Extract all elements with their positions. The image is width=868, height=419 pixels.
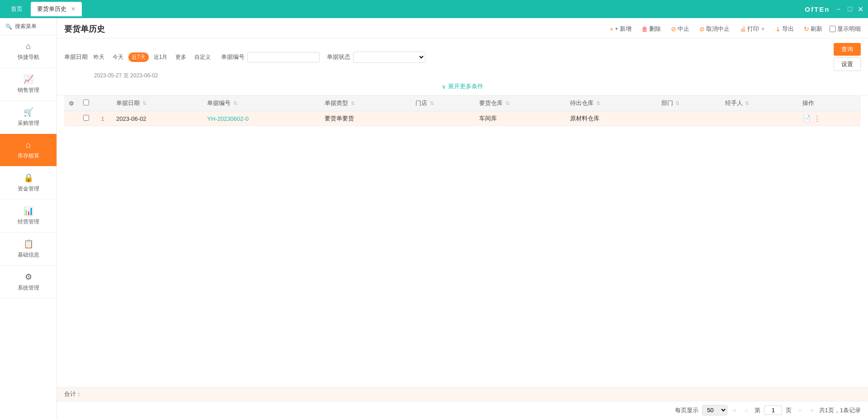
page-label: 第: [755, 406, 760, 414]
filter-row-1: 单据日期 昨天 今天 近7天 近1月 更多 自定义 单据编号: [64, 43, 861, 71]
col-doc-no-label: 单据编号: [207, 100, 231, 106]
select-all-checkbox[interactable]: [83, 100, 89, 105]
date-btn-today[interactable]: 今天: [109, 52, 127, 62]
settings-button[interactable]: 设置: [834, 57, 861, 71]
row-req-warehouse: 车间库: [475, 111, 566, 126]
col-store-sort-icon[interactable]: ⇅: [430, 100, 434, 106]
row-checkbox-cell[interactable]: [79, 111, 94, 126]
close-window-icon[interactable]: ✕: [858, 5, 863, 14]
tab-yh-history-label: 要货单历史: [37, 5, 66, 13]
tab-close-icon[interactable]: ✕: [71, 6, 75, 12]
filter-date-buttons: 昨天 今天 近7天 近1月 更多 自定义: [90, 52, 214, 62]
sidebar-item-purchase[interactable]: 🛒 采购管理: [0, 101, 57, 134]
expand-filter-button[interactable]: ∨ 展开更多条件: [64, 82, 861, 90]
expand-label: 展开更多条件: [448, 82, 483, 90]
per-page-select[interactable]: 10 20 50 100: [702, 405, 727, 415]
sidebar-item-basic[interactable]: 📋 基础信息: [0, 233, 57, 266]
col-action: 操作: [798, 95, 861, 111]
tab-yh-history[interactable]: 要货单历史 ✕: [31, 2, 82, 16]
col-req-warehouse-sort-icon[interactable]: ⇅: [505, 100, 509, 106]
maximize-icon[interactable]: □: [848, 5, 852, 13]
first-page-button[interactable]: «: [731, 406, 738, 414]
sidebar-purchase-label: 采购管理: [18, 119, 39, 127]
new-button[interactable]: + + 新增: [607, 24, 634, 34]
sidebar-quick-nav-label: 快捷导航: [18, 53, 39, 61]
col-pending-warehouse-sort-icon[interactable]: ⇅: [596, 100, 600, 106]
refresh-label: 刷新: [811, 25, 822, 33]
tab-home[interactable]: 首页: [5, 2, 29, 16]
sidebar-search-label: 搜索菜单: [15, 23, 37, 30]
query-button[interactable]: 查询: [834, 43, 861, 56]
col-handler-sort-icon[interactable]: ⇅: [745, 100, 749, 106]
row-settings-cell: [64, 111, 79, 126]
print-button[interactable]: 🖨 打印 ▼: [737, 24, 768, 34]
sidebar: 🔍 搜索菜单 ⌂ 快捷导航 📈 销售管理 🛒 采购管理 ⌂ 库存核算 🔒 资金管…: [0, 18, 57, 419]
sidebar-item-system[interactable]: ⚙ 系统管理: [0, 266, 57, 299]
tab-home-label: 首页: [11, 5, 23, 13]
filter-doc-no-label: 单据编号: [221, 53, 245, 61]
prev-page-button[interactable]: ＜: [741, 405, 751, 415]
col-department-label: 部门: [661, 100, 673, 106]
date-btn-month[interactable]: 近1月: [151, 52, 171, 62]
export-button[interactable]: ⤓ 导出: [773, 24, 797, 34]
row-more-icon[interactable]: ⋮: [814, 114, 821, 123]
top-bar: 首页 要货单历史 ✕ OfTEn － □ ✕: [0, 0, 868, 18]
stop-button[interactable]: ⊘ 中止: [668, 24, 692, 34]
col-department[interactable]: 部门 ⇅: [657, 95, 721, 111]
page-input[interactable]: [764, 405, 782, 415]
refresh-button[interactable]: ↻ 刷新: [801, 24, 825, 34]
col-checkbox[interactable]: [79, 95, 94, 111]
col-handler[interactable]: 经手人 ⇅: [721, 95, 798, 111]
row-checkbox[interactable]: [83, 115, 89, 121]
sidebar-item-finance[interactable]: 🔒 资金管理: [0, 167, 57, 200]
col-pending-warehouse[interactable]: 待出仓库 ⇅: [566, 95, 656, 111]
col-req-warehouse-label: 要货仓库: [479, 100, 503, 106]
sidebar-item-search[interactable]: 🔍 搜索菜单: [0, 18, 57, 35]
row-edit-icon[interactable]: 📄: [802, 114, 811, 123]
date-btn-custom[interactable]: 自定义: [191, 52, 214, 62]
stop-label: 中止: [678, 25, 689, 33]
filter-doc-status-select[interactable]: [353, 52, 425, 63]
page-unit: 页: [786, 406, 792, 414]
col-pending-warehouse-label: 待出仓库: [570, 100, 594, 106]
row-doc-date: 2023-06-02: [112, 111, 203, 126]
sidebar-item-quick-nav[interactable]: ⌂ 快捷导航: [0, 35, 57, 68]
col-doc-date-sort-icon[interactable]: ⇅: [142, 100, 146, 106]
pagination: 每页显示 10 20 50 100 « ＜ 第 页 ＞ » 共1页，1条记录: [57, 401, 868, 419]
table-settings-icon[interactable]: ⚙: [69, 100, 74, 107]
sidebar-item-inventory[interactable]: ⌂ 库存核算: [0, 134, 57, 167]
col-department-sort-icon[interactable]: ⇅: [675, 100, 679, 106]
col-doc-type[interactable]: 单据类型 ⇅: [320, 95, 411, 111]
filter-doc-status: 单据状态: [327, 52, 425, 63]
row-doc-no-link[interactable]: YH-20230602-0: [207, 115, 249, 122]
filter-area: 单据日期 昨天 今天 近7天 近1月 更多 自定义 单据编号: [57, 38, 868, 95]
sidebar-item-operation[interactable]: 📊 经营管理: [0, 200, 57, 233]
row-doc-no[interactable]: YH-20230602-0: [203, 111, 320, 126]
col-store[interactable]: 门店 ⇅: [411, 95, 475, 111]
col-doc-type-sort-icon[interactable]: ⇅: [351, 100, 355, 106]
cancel-stop-button[interactable]: ⊘ 取消中止: [697, 24, 732, 34]
minimize-icon[interactable]: －: [835, 5, 842, 14]
col-doc-date-label: 单据日期: [116, 100, 140, 106]
delete-button[interactable]: 🗑 删除: [639, 24, 664, 34]
filter-date: 单据日期 昨天 今天 近7天 近1月 更多 自定义: [64, 52, 214, 62]
sidebar-item-sales[interactable]: 📈 销售管理: [0, 68, 57, 101]
filter-doc-no: 单据编号: [221, 52, 320, 62]
next-page-button[interactable]: ＞: [795, 405, 805, 415]
date-btn-more[interactable]: 更多: [172, 52, 189, 62]
filter-doc-no-input[interactable]: [247, 52, 320, 62]
row-handler: [721, 111, 798, 126]
show-detail-button[interactable]: 显示明细: [830, 25, 861, 33]
show-detail-checkbox[interactable]: [830, 26, 836, 32]
system-icon: ⚙: [25, 272, 32, 282]
date-btn-week[interactable]: 近7天: [128, 52, 149, 62]
col-doc-date[interactable]: 单据日期 ⇅: [112, 95, 203, 111]
col-settings[interactable]: ⚙: [64, 95, 79, 111]
date-btn-yesterday[interactable]: 昨天: [90, 52, 108, 62]
print-dropdown-icon[interactable]: ▼: [760, 26, 765, 32]
col-doc-no-sort-icon[interactable]: ⇅: [233, 100, 237, 106]
col-doc-no[interactable]: 单据编号 ⇅: [203, 95, 320, 111]
toolbar: + + 新增 🗑 删除 ⊘ 中止 ⊘ 取消中止 🖨 打印: [607, 24, 861, 34]
last-page-button[interactable]: »: [808, 406, 815, 414]
col-req-warehouse[interactable]: 要货仓库 ⇅: [475, 95, 566, 111]
